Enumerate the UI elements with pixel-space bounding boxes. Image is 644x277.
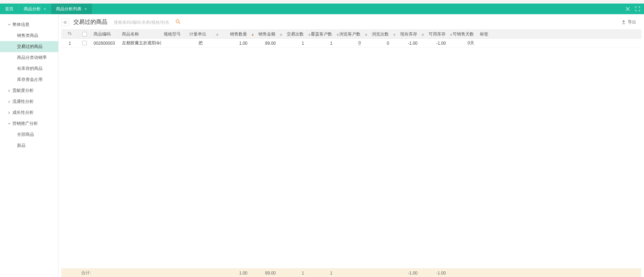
cell-name[interactable]: 左都胶囊五折遮阳伞防晒伞; [119, 39, 161, 48]
footer-blank [161, 269, 186, 277]
sidebar-group-label: 整体信息 [12, 22, 29, 28]
tab-product-analysis[interactable]: 商品分析 × [19, 4, 51, 14]
footer-blank [449, 269, 477, 277]
gear-icon [67, 31, 72, 37]
footer-blank [186, 269, 215, 277]
footer-blank [61, 269, 78, 277]
sidebar-item-new-products[interactable]: 新品 [0, 140, 58, 151]
content-header: 交易过的商品 导出 [58, 14, 644, 29]
table: 商品编码 商品名称 规格型号 计量单位 销售数量 销售金额 交易次数 覆盖客户数… [58, 29, 644, 277]
footer-blank [91, 269, 119, 277]
main-area: 整体信息 销售类商品 交易过的商品 商品分类动销率 有库存的商品 库存资金占用 … [0, 14, 644, 277]
tab-label: 首页 [5, 6, 13, 12]
chevron-right-icon [8, 110, 11, 115]
col-vcust[interactable]: 浏览客户数 [335, 30, 364, 38]
close-icon[interactable]: × [44, 7, 46, 11]
cell-cust: 1 [307, 39, 335, 48]
tab-label: 商品分析列表 [56, 6, 82, 12]
cell-checkbox[interactable] [78, 39, 91, 48]
footer-tx: 1 [279, 269, 307, 277]
col-tx[interactable]: 交易次数 [279, 30, 307, 38]
cell-idx: 1 [61, 39, 78, 48]
tab-label: 商品分析 [24, 6, 41, 12]
footer-vcust [335, 269, 364, 277]
sidebar-group-overall: 整体信息 销售类商品 交易过的商品 商品分类动销率 有库存的商品 库存资金占用 [0, 19, 58, 85]
sidebar-group-head-overall[interactable]: 整体信息 [0, 19, 58, 30]
col-views[interactable]: 浏览次数 [364, 30, 392, 38]
sidebar-group-head-circulation[interactable]: 流通性分析 [0, 96, 58, 107]
col-settings[interactable] [61, 30, 78, 38]
search-icon[interactable] [175, 19, 180, 25]
tab-product-analysis-list[interactable]: 商品分析列表 × [51, 4, 92, 14]
col-name[interactable]: 商品名称 [119, 30, 161, 38]
checkbox[interactable] [82, 32, 87, 37]
cell-unit: 把 [186, 39, 215, 48]
sidebar-group-marketing: 营销推广分析 全部商品 新品 [0, 118, 58, 151]
footer-cust: 1 [307, 269, 335, 277]
cell-days: 0天 [449, 39, 477, 48]
close-all-icon[interactable] [625, 6, 631, 12]
footer-avail: -1.00 [420, 269, 449, 277]
sidebar-group-head-contribution[interactable]: 贡献度分析 [0, 85, 58, 96]
sidebar-group-head-marketing[interactable]: 营销推广分析 [0, 118, 58, 129]
sidebar-group-circulation: 流通性分析 [0, 96, 58, 107]
sidebar-item-category-rate[interactable]: 商品分类动销率 [0, 52, 58, 63]
col-unit[interactable]: 计量单位 [186, 30, 215, 38]
sidebar-item-traded-products[interactable]: 交易过的商品 [0, 41, 58, 52]
collapse-sidebar-button[interactable] [61, 18, 69, 26]
page-title: 交易过的商品 [73, 18, 107, 26]
cell-vcust[interactable]: 0 [335, 39, 364, 48]
cell-amt: 89.00 [250, 39, 279, 48]
col-qty[interactable]: 销售数量 [215, 30, 250, 38]
cell-vcust-value: 0 [358, 40, 361, 46]
table-footer: 合计: 1.00 89.00 1 1 -1.00 -1.00 [61, 268, 641, 277]
tab-bar: 首页 商品分析 × 商品分析列表 × [0, 4, 644, 14]
sidebar-group-label: 成长性分析 [12, 110, 34, 116]
col-avail[interactable]: 可用库存 [420, 30, 449, 38]
tab-home[interactable]: 首页 [0, 4, 19, 14]
close-icon[interactable]: × [84, 7, 86, 11]
sidebar-group-head-growth[interactable]: 成长性分析 [0, 107, 58, 118]
search-wrap [113, 18, 180, 26]
export-button[interactable]: 导出 [619, 18, 638, 27]
chevron-down-icon [8, 121, 11, 126]
col-checkbox[interactable] [78, 30, 91, 38]
col-spec[interactable]: 规格型号 [161, 30, 186, 38]
cell-stock: -1.00 [392, 39, 420, 48]
footer-blank [477, 269, 641, 277]
content: 交易过的商品 导出 商品编码 [58, 14, 644, 277]
sidebar-group-growth: 成长性分析 [0, 107, 58, 118]
chevron-down-icon [8, 22, 11, 27]
search-input[interactable] [113, 18, 173, 26]
table-body: 1 002600003 左都胶囊五折遮阳伞防晒伞; 把 1.00 89.00 1… [61, 39, 641, 268]
svg-point-0 [176, 20, 179, 23]
export-label: 导出 [628, 19, 636, 25]
footer-stock: -1.00 [392, 269, 420, 277]
sidebar-group-contribution: 贡献度分析 [0, 85, 58, 96]
sidebar-item-stock-capital[interactable]: 库存资金占用 [0, 74, 58, 85]
sidebar-group-label: 营销推广分析 [12, 121, 38, 127]
col-stock[interactable]: 现有库存 [392, 30, 420, 38]
tabbar-right-controls [625, 4, 644, 14]
cell-spec [161, 39, 186, 48]
col-code[interactable]: 商品编码 [91, 30, 119, 38]
checkbox[interactable] [82, 41, 87, 45]
sidebar-group-label: 贡献度分析 [12, 88, 34, 94]
col-cust[interactable]: 覆盖客户数 [307, 30, 335, 38]
cell-views: 0 [364, 39, 392, 48]
cell-tx: 1 [279, 39, 307, 48]
col-days[interactable]: 可销售天数 [449, 30, 477, 38]
footer-label: 合计: [78, 269, 91, 277]
sidebar-item-all-products[interactable]: 全部商品 [0, 129, 58, 140]
table-row[interactable]: 1 002600003 左都胶囊五折遮阳伞防晒伞; 把 1.00 89.00 1… [61, 39, 641, 48]
footer-blank [119, 269, 161, 277]
footer-amt: 89.00 [250, 269, 279, 277]
col-tag[interactable]: 标签 [477, 30, 641, 38]
cell-tag [477, 39, 641, 48]
sidebar-item-sales-products[interactable]: 销售类商品 [0, 30, 58, 41]
col-amt[interactable]: 销售金额 [250, 30, 279, 38]
footer-views [364, 269, 392, 277]
fullscreen-icon[interactable] [635, 6, 640, 12]
sidebar-item-in-stock[interactable]: 有库存的商品 [0, 63, 58, 74]
cell-qty: 1.00 [215, 39, 250, 48]
